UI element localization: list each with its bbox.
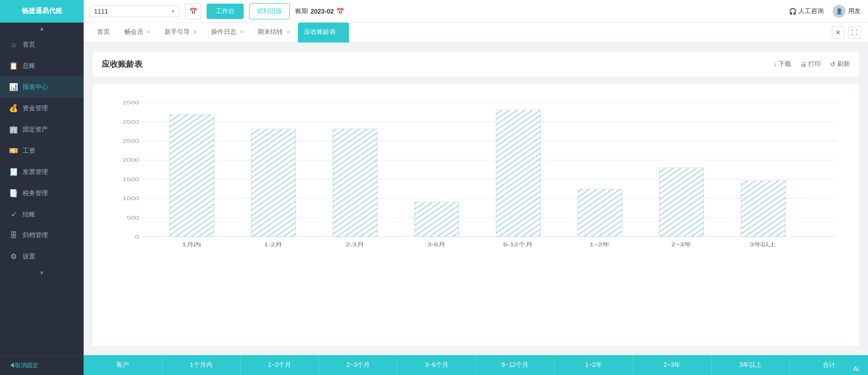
sidebar: ▲ ⌂ 首页 📋 总账 📊 报表中心 💰 资金管理 🏢 固定资产 💴 工资 🧾 …	[0, 23, 84, 375]
maximize-button[interactable]: ⛶	[848, 26, 861, 39]
consult-button[interactable]: 🎧 人工咨询	[789, 7, 824, 15]
user-name: 用友	[848, 7, 861, 15]
user-area[interactable]: 👤 用友	[833, 5, 861, 18]
svg-text:2500: 2500	[123, 100, 139, 106]
sidebar-item-label-finance: 资金管理	[23, 104, 48, 112]
download-icon: ↓	[774, 61, 777, 68]
cancel-pin-button[interactable]: ◀取消固定	[0, 356, 84, 375]
tab-close-aging[interactable]: ×	[340, 29, 343, 35]
bar-1-2年	[578, 189, 622, 237]
tax-icon: 📑	[9, 189, 18, 197]
sidebar-item-label-ledger: 总账	[23, 62, 35, 70]
table-col-2~3个月: 2~3个月	[319, 355, 398, 375]
svg-text:6-12个月: 6-12个月	[503, 241, 533, 247]
tab-home[interactable]: 首页	[91, 23, 116, 42]
sidebar-item-assets[interactable]: 🏢 固定资产	[0, 119, 84, 140]
invoice-icon: 🧾	[9, 168, 18, 176]
tab-close-period_end[interactable]: ×	[287, 29, 290, 35]
assets-icon: 🏢	[9, 125, 18, 134]
period-area: 账期 2023-02 📅	[295, 7, 344, 15]
tab-oplog[interactable]: 操作日志×	[205, 23, 250, 42]
svg-text:2500: 2500	[123, 119, 139, 125]
tab-aging[interactable]: 应收账龄表×	[298, 23, 349, 42]
page-title: 应收账龄表	[102, 59, 142, 70]
tab-period_end[interactable]: 期末结转×	[251, 23, 296, 42]
cancel-pin-label: ◀取消固定	[9, 361, 38, 370]
main-layout: ▲ ⌂ 首页 📋 总账 📊 报表中心 💰 资金管理 🏢 固定资产 💴 工资 🧾 …	[0, 23, 868, 375]
tab-bar-actions: ✕ ⛶	[832, 26, 861, 39]
svg-text:2~3年: 2~3年	[671, 241, 691, 247]
sidebar-item-invoice[interactable]: 🧾 发票管理	[0, 161, 84, 183]
chevron-down-icon: ▾	[172, 8, 175, 14]
sidebar-item-finance[interactable]: 💰 资金管理	[0, 98, 84, 119]
tab-member[interactable]: 畅会员×	[118, 23, 156, 42]
sidebar-item-label-checkout: 结账	[23, 211, 35, 219]
svg-text:2500: 2500	[123, 138, 139, 144]
sidebar-item-label-reports: 报表中心	[23, 83, 48, 91]
svg-text:500: 500	[127, 215, 139, 220]
chart-wrapper: 2500 2500 2500 2000 1500 1000 500 0	[102, 93, 850, 256]
reports-icon: 📊	[9, 83, 18, 91]
bar-chart: 2500 2500 2500 2000 1500 1000 500 0	[102, 93, 850, 256]
sidebar-item-label-archive: 归档管理	[23, 231, 48, 239]
print-label: 打印	[808, 60, 821, 68]
chart-container: 2500 2500 2500 2000 1500 1000 500 0	[93, 84, 859, 346]
company-name: 1111	[94, 8, 169, 15]
tab-close-oplog[interactable]: ×	[240, 29, 243, 35]
sidebar-item-ledger[interactable]: 📋 总账	[0, 55, 84, 76]
calendar-button[interactable]: 📅	[185, 3, 201, 19]
switch-version-button[interactable]: 切到旧版	[249, 3, 290, 19]
sidebar-item-settings[interactable]: ⚙ 设置	[0, 246, 84, 267]
svg-text:2000: 2000	[123, 157, 139, 163]
period-calendar-icon[interactable]: 📅	[336, 8, 344, 15]
sidebar-item-reports[interactable]: 📊 报表中心	[0, 76, 84, 98]
workbench-button[interactable]: 工作台	[207, 4, 244, 19]
tab-guide[interactable]: 新手引导×	[158, 23, 203, 42]
tab-label-oplog: 操作日志	[211, 28, 236, 36]
tab-label-period_end: 期末结转	[258, 28, 283, 36]
bar-3年以上	[741, 181, 785, 237]
top-header: 畅捷通易代账 1111 ▾ 📅 工作台 切到旧版 账期 2023-02 📅 🎧 …	[0, 0, 868, 23]
avatar: 👤	[833, 5, 845, 18]
company-selector[interactable]: 1111 ▾	[89, 5, 179, 17]
sidebar-item-salary[interactable]: 💴 工资	[0, 140, 84, 161]
refresh-icon: ↺	[830, 61, 835, 68]
table-col-2~3年: 2~3年	[633, 355, 712, 375]
logo-area: 畅捷通易代账	[0, 0, 84, 23]
sidebar-item-label-salary: 工资	[23, 147, 35, 155]
bar-2-3月	[333, 129, 377, 236]
finance-icon: 💰	[9, 104, 18, 112]
settings-icon: ⚙	[9, 252, 18, 261]
sidebar-item-tax[interactable]: 📑 税务管理	[0, 183, 84, 204]
refresh-button[interactable]: ↺ 刷新	[830, 60, 850, 68]
sidebar-item-archive[interactable]: 🗄 归档管理	[0, 225, 84, 246]
refresh-label: 刷新	[837, 60, 850, 68]
tab-close-member[interactable]: ×	[147, 29, 150, 35]
download-button[interactable]: ↓ 下载	[774, 60, 791, 68]
content-area: 首页畅会员×新手引导×操作日志×期末结转×应收账龄表× ✕ ⛶ 应收账龄表 ↓ …	[84, 23, 868, 375]
close-all-tabs-button[interactable]: ✕	[832, 26, 844, 39]
sidebar-item-checkout[interactable]: ✓ 结账	[0, 204, 84, 225]
scroll-up[interactable]: ▲	[0, 23, 84, 34]
svg-text:3年以上: 3年以上	[750, 241, 776, 247]
sidebar-item-label-invoice: 发票管理	[23, 168, 48, 176]
ledger-icon: 📋	[9, 61, 18, 70]
tab-label-guide: 新手引导	[165, 28, 190, 36]
sidebar-item-label-home: 首页	[23, 41, 35, 49]
checkout-icon: ✓	[9, 210, 18, 219]
sidebar-item-label-assets: 固定资产	[23, 126, 48, 134]
tab-close-guide[interactable]: ×	[193, 29, 197, 35]
salary-icon: 💴	[9, 146, 18, 155]
table-header: 客户1个月内1~2个月2~3个月3~6个月6~12个月1~2年2~3年3年以上合…	[84, 355, 868, 375]
archive-icon: 🗄	[9, 231, 18, 239]
bar-1月内	[170, 115, 214, 237]
bar-1-2月	[251, 129, 296, 236]
print-button[interactable]: 🖨 打印	[800, 60, 821, 68]
svg-text:1~2年: 1~2年	[590, 241, 609, 247]
sidebar-item-home[interactable]: ⌂ 首页	[0, 34, 84, 55]
scroll-down[interactable]: ▼	[0, 267, 84, 279]
tab-label-home: 首页	[97, 28, 110, 36]
svg-text:2-3月: 2-3月	[346, 241, 364, 247]
ai-badge[interactable]: Ai	[844, 362, 868, 375]
svg-text:3-6月: 3-6月	[427, 241, 445, 247]
